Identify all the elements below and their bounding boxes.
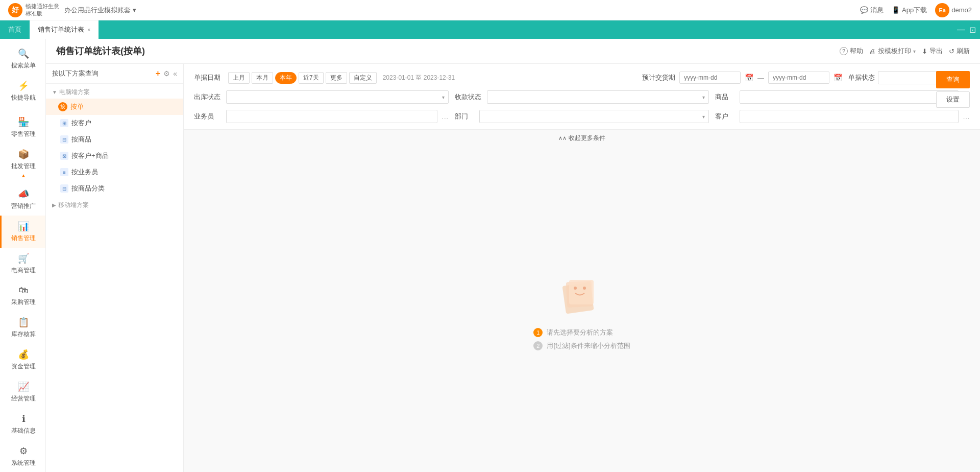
scheme-by-customer-goods[interactable]: ⊠ 按客户+商品: [46, 148, 183, 164]
right-content: 单据日期 上月 本月 本年 近7天 更多 自定义 2023-01-01 至 20…: [184, 64, 980, 472]
date-btn-last7days[interactable]: 近7天: [299, 72, 324, 84]
pc-scheme-expand-icon[interactable]: ▼: [52, 89, 57, 95]
sidebar-item-operations[interactable]: 📈 经营管理: [0, 376, 45, 408]
tab-expand-icon[interactable]: ⊡: [969, 25, 976, 35]
search-menu-icon: 🔍: [18, 48, 29, 59]
settings-button[interactable]: 设置: [936, 91, 970, 108]
sidebar-item-wholesale[interactable]: 📦 批发管理 ▲: [0, 144, 45, 183]
panel-collapse-btn[interactable]: «: [173, 69, 177, 78]
sidebar: 🔍 搜索菜单 ⚡ 快捷导航 🏪 零售管理 📦 批发管理 ▲ 📣 营销推广 📊 销…: [0, 39, 46, 472]
sidebar-item-quick-nav[interactable]: ⚡ 快捷导航: [0, 75, 45, 107]
query-button[interactable]: 查询: [936, 71, 970, 88]
finance-icon: 💰: [18, 349, 29, 360]
refresh-btn[interactable]: ↺ 刷新: [949, 46, 970, 56]
empty-state: 1 请先选择要分析的方案 2 用[过滤]条件来缩小分析范围: [184, 147, 980, 472]
help-icon: ?: [840, 47, 848, 55]
phone-icon: 📱: [892, 6, 900, 14]
out-status-cell: 出库状态 ▾: [194, 90, 449, 104]
dept-select[interactable]: [479, 110, 709, 123]
sidebar-item-inventory[interactable]: 📋 库存核算: [0, 312, 45, 344]
sidebar-item-label-system: 系统管理: [11, 459, 36, 467]
add-scheme-btn[interactable]: +: [156, 69, 160, 78]
dept-cell: 部门 ▾: [455, 110, 709, 123]
retail-icon: 🏪: [18, 116, 29, 128]
expected-date-end-cal-icon[interactable]: 📅: [834, 74, 842, 82]
sidebar-item-ecommerce[interactable]: 🛒 电商管理: [0, 248, 45, 280]
empty-illustration: [556, 269, 607, 320]
help-btn[interactable]: ? 帮助: [840, 46, 863, 56]
out-status-label: 出库状态: [194, 92, 222, 102]
scheme-by-sales-icon: ≡: [60, 168, 68, 176]
date-btn-more[interactable]: 更多: [326, 72, 347, 84]
message-btn[interactable]: 💬 消息: [860, 6, 884, 15]
sidebar-item-finance[interactable]: 💰 资金管理: [0, 344, 45, 376]
breadcrumb-area[interactable]: 办公用品行业模拟账套 ▾: [64, 6, 136, 15]
payment-status-cell: 收款状态 ▾: [455, 90, 709, 104]
filter-row-2: 出库状态 ▾ 收款状态 ▾: [194, 90, 970, 104]
collapse-row[interactable]: ∧∧ 收起更多条件: [184, 129, 980, 147]
scheme-by-customer[interactable]: ⊞ 按客户: [46, 115, 183, 131]
sidebar-item-label-purchase: 采购管理: [11, 298, 36, 306]
scheme-by-goods[interactable]: ⊟ 按商品: [46, 131, 183, 148]
expected-date-start[interactable]: [679, 72, 741, 84]
wholesale-icon: 📦: [18, 149, 29, 160]
sidebar-item-system[interactable]: ⚙ 系统管理: [0, 440, 45, 472]
app-download-btn[interactable]: 📱 App下载: [892, 6, 927, 15]
date-btn-this-year[interactable]: 本年: [275, 72, 297, 84]
template-print-btn[interactable]: 🖨 按模板打印 ▾: [869, 46, 916, 56]
quick-nav-icon: ⚡: [18, 80, 29, 91]
goods-input[interactable]: [740, 90, 959, 104]
goods-cell: 商品 …: [715, 90, 970, 104]
sidebar-item-label-inventory: 库存核算: [11, 330, 36, 339]
sidebar-item-retail[interactable]: 🏪 零售管理: [0, 111, 45, 144]
marketing-icon: 📣: [18, 188, 29, 200]
page-header-actions: ? 帮助 🖨 按模板打印 ▾ ⬇ 导出 ↺ 刷新: [840, 46, 970, 56]
payment-status-label: 收款状态: [455, 92, 483, 102]
tab-sales-order-stat[interactable]: 销售订单统计表 ×: [30, 20, 99, 39]
user-area[interactable]: Ea demo2: [935, 3, 972, 17]
date-label: 单据日期: [194, 73, 222, 82]
scheme-by-salesperson[interactable]: ≡ 按业务员: [46, 164, 183, 180]
date-btn-this-month[interactable]: 本月: [252, 72, 273, 84]
tab-minimize-icon[interactable]: —: [957, 25, 965, 34]
step-1-text: 请先选择要分析的方案: [547, 328, 613, 337]
tab-close-icon[interactable]: ×: [87, 27, 90, 33]
scheme-by-goods-category[interactable]: ⊟ 按商品分类: [46, 180, 183, 197]
export-btn[interactable]: ⬇ 导出: [922, 46, 943, 56]
sidebar-item-basic-info[interactable]: ℹ 基础信息: [0, 408, 45, 440]
svg-point-4: [583, 287, 586, 290]
refresh-icon: ↺: [949, 48, 954, 55]
sidebar-item-label-ecommerce: 电商管理: [11, 266, 36, 275]
sidebar-item-search-menu[interactable]: 🔍 搜索菜单: [0, 43, 45, 75]
customer-input[interactable]: [740, 110, 959, 123]
payment-status-select[interactable]: [487, 90, 709, 104]
customer-more-icon[interactable]: …: [963, 112, 970, 121]
salesperson-cell: 业务员 …: [194, 110, 449, 123]
customer-label: 客户: [715, 112, 736, 121]
breadcrumb-dropdown-icon[interactable]: ▾: [133, 6, 136, 14]
sidebar-item-label-basicinfo: 基础信息: [11, 427, 36, 435]
scheme-by-order[interactable]: 按 按单: [46, 99, 183, 115]
empty-svg: [556, 269, 607, 320]
sidebar-item-sales[interactable]: 📊 销售管理: [0, 216, 45, 248]
date-btn-custom[interactable]: 自定义: [349, 72, 377, 84]
scheme-by-gc-icon: ⊟: [60, 184, 68, 193]
mobile-scheme-expand-icon[interactable]: ▶: [52, 202, 56, 208]
content-area: 销售订单统计表(按单) ? 帮助 🖨 按模板打印 ▾ ⬇ 导出: [46, 39, 980, 472]
date-btn-last-month[interactable]: 上月: [228, 72, 250, 84]
purchase-icon: 🛍: [19, 285, 28, 296]
salesperson-input[interactable]: [226, 110, 437, 123]
sidebar-item-marketing[interactable]: 📣 营销推广: [0, 183, 45, 216]
scheme-settings-btn[interactable]: ⚙: [163, 69, 170, 78]
tab-home[interactable]: 首页: [0, 20, 30, 39]
sidebar-item-purchase[interactable]: 🛍 采购管理: [0, 280, 45, 312]
expected-date-end[interactable]: [768, 72, 829, 84]
top-bar-left: 好 畅捷通好生意 标准版 办公用品行业模拟账套 ▾: [8, 3, 136, 17]
expected-date-start-cal-icon[interactable]: 📅: [745, 74, 753, 82]
top-bar-right: 💬 消息 📱 App下载 Ea demo2: [860, 3, 972, 17]
out-status-select[interactable]: [226, 90, 449, 104]
salesperson-more-icon[interactable]: …: [442, 112, 449, 121]
scheme-by-customer-icon: ⊞: [60, 119, 68, 127]
template-print-dropdown[interactable]: ▾: [913, 49, 916, 54]
wholesale-expand-icon: ▲: [21, 173, 26, 178]
